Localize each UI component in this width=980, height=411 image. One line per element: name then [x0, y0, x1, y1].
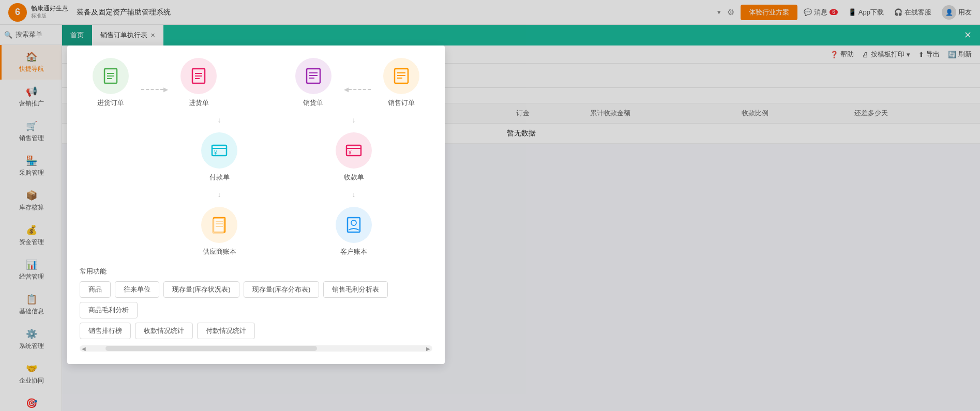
sp4a	[80, 190, 183, 199]
btn-inventory-dist[interactable]: 现存量(库存分布表)	[244, 281, 320, 298]
flow-node-purchase-slip[interactable]: 进货单	[168, 58, 230, 108]
customer-ledger-label: 客户账本	[340, 247, 367, 256]
svg-text:¥: ¥	[214, 150, 217, 156]
sales-slip-label: 销货单	[303, 98, 323, 108]
sales-slip-icon	[295, 58, 331, 94]
modal-scrollbar[interactable]: ◀ ▶	[80, 345, 432, 352]
btn-inventory-status[interactable]: 现存量(库存状况表)	[163, 281, 239, 298]
btn-payment-stats[interactable]: 收款情况统计	[135, 323, 193, 339]
flow-node-supplier-ledger[interactable]: 供应商账本	[183, 207, 255, 256]
payment-out-icon: ¥	[201, 132, 237, 169]
spacer-left	[80, 116, 152, 124]
flow-row-arrows: ↓ ↓	[80, 116, 432, 124]
common-functions-title: 常用功能	[80, 267, 432, 276]
scroll-right-icon[interactable]: ▶	[424, 346, 432, 352]
arrow-2: ◀	[344, 86, 370, 93]
purchase-order-label: 进货订单	[97, 98, 124, 108]
purchase-order-icon	[93, 58, 129, 94]
modal: 进货订单 ▶ 进货单	[67, 45, 445, 364]
down-arrow-purchase: ↓	[183, 116, 255, 124]
flow-node-sales-order[interactable]: 销售订单	[371, 58, 432, 108]
payment-in-label: 收款单	[344, 173, 364, 182]
sales-order-label: 销售订单	[388, 98, 415, 108]
spacer-arr	[152, 116, 183, 124]
payment-in-icon: ¥	[336, 132, 372, 169]
flow-node-customer-ledger[interactable]: 客户账本	[318, 207, 390, 256]
arrow-1: ▶	[141, 86, 168, 93]
flow-row-arrows-2: ↓ ↓	[80, 190, 432, 199]
svg-point-28	[351, 220, 356, 225]
customer-ledger-icon	[336, 207, 372, 243]
btn-product-margin[interactable]: 商品毛利分析	[80, 302, 138, 318]
flow-row-3: ¥ 付款单 ¥ 收款单	[80, 132, 432, 182]
btn-sales-ranking[interactable]: 销售排行榜	[80, 323, 131, 339]
flow-row-5: 供应商账本 客户账本	[80, 207, 432, 256]
payment-out-label: 付款单	[209, 173, 230, 182]
supplier-ledger-icon	[201, 207, 237, 243]
purchase-slip-icon	[180, 58, 217, 94]
sp4b	[255, 190, 318, 199]
common-buttons-row-2: 销售排行榜 收款情况统计 付款情况统计	[80, 323, 432, 339]
flow-node-payment-out[interactable]: ¥ 付款单	[183, 132, 255, 182]
btn-product[interactable]: 商品	[80, 281, 111, 298]
btn-partner[interactable]: 往来单位	[115, 281, 159, 298]
svg-rect-26	[213, 219, 224, 233]
spacer-mid	[255, 116, 318, 124]
common-functions-section: 常用功能 商品 往来单位 现存量(库存状况表) 现存量(库存分布表) 销售毛利分…	[80, 267, 432, 339]
down-arrow-sales: ↓	[318, 116, 390, 124]
btn-payment-out-stats[interactable]: 付款情况统计	[197, 323, 255, 339]
flow-node-sales-slip[interactable]: 销货单	[282, 58, 344, 108]
modal-overlay: 进货订单 ▶ 进货单	[0, 0, 980, 411]
down-arrow-pay-in: ↓	[318, 190, 390, 199]
flow-node-purchase-order[interactable]: 进货订单	[80, 58, 141, 108]
flow-node-payment-in[interactable]: ¥ 收款单	[318, 132, 390, 182]
flow-row-1: 进货订单 ▶ 进货单	[80, 58, 432, 108]
down-arrow-pay-out: ↓	[183, 190, 255, 199]
common-buttons-row-1: 商品 往来单位 现存量(库存状况表) 现存量(库存分布表) 销售毛利分析表 商品…	[80, 281, 432, 318]
btn-sales-margin[interactable]: 销售毛利分析表	[323, 281, 388, 298]
svg-text:¥: ¥	[348, 150, 352, 156]
purchase-slip-label: 进货单	[189, 98, 209, 108]
supplier-ledger-label: 供应商账本	[203, 247, 236, 256]
sales-order-icon	[383, 58, 419, 94]
flow-section: 进货订单 ▶ 进货单	[80, 58, 432, 256]
scroll-thumb[interactable]	[105, 346, 317, 351]
scroll-left-icon[interactable]: ◀	[80, 346, 88, 352]
